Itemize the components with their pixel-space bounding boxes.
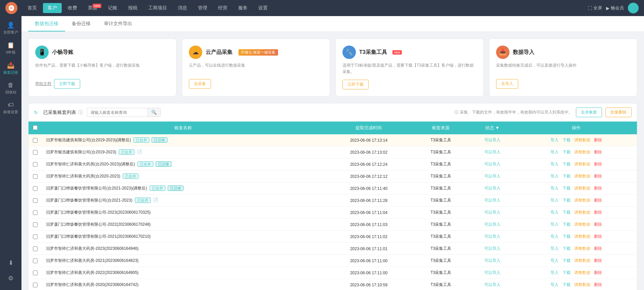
row-download-link[interactable]: 下载 — [562, 138, 571, 142]
sidebar-settings-icon[interactable]: ⚙ — [1, 272, 20, 285]
nav-service[interactable]: 服务 — [233, 3, 252, 13]
xiaochange-help-link[interactable]: 帮助文档 — [35, 81, 51, 87]
row-import-link[interactable]: 导入 — [550, 222, 558, 227]
row-checkbox[interactable] — [33, 259, 38, 263]
row-import-link[interactable]: 导入 — [550, 210, 558, 215]
row-delete-link[interactable]: 删除 — [594, 138, 602, 142]
sidebar-item-account-migration[interactable]: 📤 账套迁移 — [1, 59, 20, 78]
row-checkbox[interactable] — [33, 234, 38, 239]
select-all-checkbox[interactable] — [33, 125, 38, 130]
nav-home[interactable]: 首页 — [23, 3, 42, 13]
row-download-link[interactable]: 下载 — [562, 150, 571, 154]
row-adjust-link[interactable]: 调整数据 — [574, 270, 590, 275]
row-import-link[interactable]: 导入 — [550, 234, 558, 239]
row-download-link[interactable]: 下载 — [562, 246, 571, 251]
row-delete-link[interactable]: 删除 — [594, 174, 602, 178]
sidebar-item-tag-settings[interactable]: 🏷 标签设置 — [1, 99, 20, 117]
row-import-link[interactable]: 导入 — [550, 186, 558, 191]
row-download-link[interactable]: 下载 — [562, 282, 571, 287]
t3tool-download-button[interactable]: 立即下载 — [342, 80, 369, 89]
search-input[interactable] — [87, 108, 148, 117]
row-checkbox[interactable] — [33, 198, 38, 203]
row-checkbox[interactable] — [33, 283, 38, 287]
row-delete-link[interactable]: 删除 — [594, 222, 602, 227]
row-download-link[interactable]: 下载 — [562, 162, 571, 166]
row-import-link[interactable]: 导入 — [550, 282, 558, 287]
row-adjust-link[interactable]: 调整数据 — [574, 138, 590, 142]
row-adjust-link[interactable]: 调整数据 — [574, 246, 590, 251]
nav-message[interactable]: 消息 — [173, 3, 192, 13]
row-download-link[interactable]: 下载 — [562, 210, 571, 215]
tab-backup-migration[interactable]: 备份迁移 — [65, 16, 97, 31]
row-adjust-link[interactable]: 调整数据 — [574, 210, 590, 215]
nav-fee[interactable]: 收费 — [63, 3, 82, 13]
row-adjust-link[interactable]: 调整数据 — [574, 234, 590, 239]
row-import-link[interactable]: 导入 — [550, 162, 558, 166]
row-adjust-link[interactable]: 调整数据 — [574, 186, 590, 191]
row-delete-link[interactable]: 删除 — [594, 186, 602, 191]
nav-tax[interactable]: 报税 — [123, 3, 142, 13]
select-all-header[interactable] — [29, 122, 42, 134]
row-download-link[interactable]: 下载 — [562, 258, 571, 263]
row-delete-link[interactable]: 删除 — [594, 150, 602, 154]
row-delete-link[interactable]: 删除 — [594, 210, 602, 215]
row-delete-link[interactable]: 删除 — [594, 282, 602, 287]
row-delete-link[interactable]: 删除 — [594, 234, 602, 239]
fullscreen-button[interactable]: ⛶ 全屏 — [588, 5, 602, 11]
nav-bookkeeping[interactable]: 记账 — [103, 3, 122, 13]
row-import-link[interactable]: 导入 — [550, 150, 558, 154]
batch-delete-button[interactable]: 批量删除 — [605, 107, 632, 117]
row-adjust-link[interactable]: 调整数据 — [574, 174, 590, 178]
cloud-collect-button[interactable]: 去采集 — [189, 79, 211, 89]
row-import-link[interactable]: 导入 — [550, 198, 558, 203]
row-delete-link[interactable]: 删除 — [594, 162, 602, 166]
sidebar-item-recycle-bin[interactable]: 🗑 回收站 — [1, 79, 20, 97]
row-adjust-link[interactable]: 调整数据 — [574, 162, 590, 166]
row-download-link[interactable]: 下载 — [562, 186, 571, 191]
nav-settings[interactable]: 设置 — [254, 3, 272, 13]
row-adjust-link[interactable]: 调整数据 — [574, 222, 590, 227]
user-avatar[interactable] — [628, 3, 639, 13]
nav-business[interactable]: 工商项目 — [144, 3, 172, 13]
row-checkbox[interactable] — [33, 271, 38, 275]
sidebar-item-all-customers[interactable]: 👤 全部客户 — [1, 19, 20, 38]
row-delete-link[interactable]: 删除 — [594, 246, 602, 251]
sidebar-item-zero-report[interactable]: 📋 0申报 — [1, 39, 20, 58]
app-logo[interactable] — [5, 2, 17, 14]
row-download-link[interactable]: 下载 — [562, 198, 571, 203]
row-checkbox[interactable] — [33, 222, 38, 227]
search-button[interactable]: 🔍 — [148, 108, 160, 117]
row-adjust-link[interactable]: 调整数据 — [574, 150, 590, 154]
nav-manage[interactable]: 管理 — [193, 3, 212, 13]
row-download-link[interactable]: 下载 — [562, 270, 571, 275]
row-checkbox[interactable] — [33, 246, 38, 251]
row-download-link[interactable]: 下载 — [562, 234, 571, 239]
row-checkbox[interactable] — [33, 210, 38, 215]
dataimport-go-button[interactable]: 去导入 — [496, 79, 518, 89]
member-button[interactable]: ▶ 畅会员 — [606, 5, 624, 11]
xiaochange-download-button[interactable]: 立即下载 — [54, 79, 80, 89]
sidebar-download-icon[interactable]: ⬇ — [1, 257, 20, 269]
row-checkbox[interactable] — [33, 162, 38, 167]
row-import-link[interactable]: 导入 — [550, 270, 558, 275]
merge-accounts-button[interactable]: 合并账套 — [576, 107, 602, 117]
refresh-icon[interactable]: ↻ — [34, 110, 38, 115]
row-import-link[interactable]: 导入 — [550, 258, 558, 263]
nav-customer[interactable]: 客户 — [43, 3, 62, 13]
row-import-link[interactable]: 导入 — [550, 246, 558, 251]
row-adjust-link[interactable]: 调整数据 — [574, 258, 590, 263]
row-adjust-link[interactable]: 调整数据 — [574, 198, 590, 203]
row-checkbox[interactable] — [33, 174, 38, 179]
row-import-link[interactable]: 导入 — [550, 138, 558, 142]
help-icon[interactable]: ⓘ — [78, 110, 83, 116]
row-download-link[interactable]: 下载 — [562, 174, 571, 178]
row-checkbox[interactable] — [33, 138, 38, 143]
row-checkbox[interactable] — [33, 186, 38, 191]
row-delete-link[interactable]: 删除 — [594, 198, 602, 203]
row-delete-link[interactable]: 删除 — [594, 258, 602, 263]
row-download-link[interactable]: 下载 — [562, 222, 571, 227]
nav-operation[interactable]: 经营 — [213, 3, 232, 13]
row-import-link[interactable]: 导入 — [550, 174, 558, 178]
row-delete-link[interactable]: 删除 — [594, 270, 602, 275]
tab-data-migration[interactable]: 数据包迁移 — [28, 16, 65, 31]
